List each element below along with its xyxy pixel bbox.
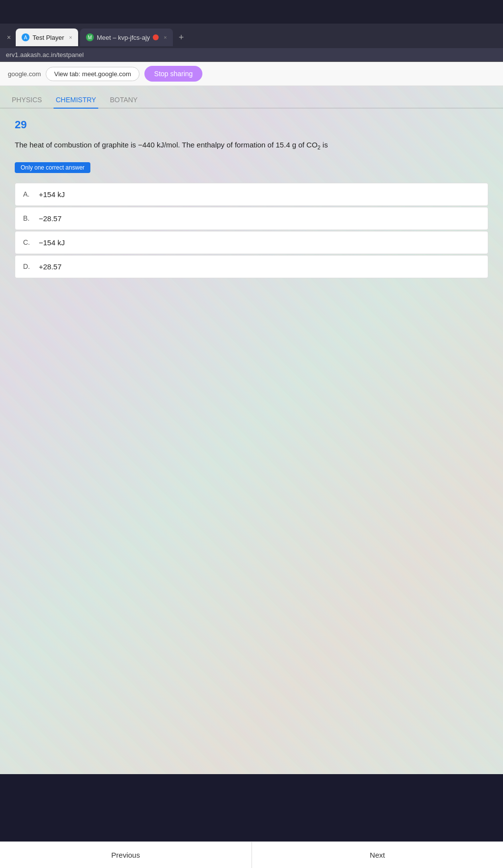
question-number: 29 xyxy=(15,118,488,131)
next-button[interactable]: Next xyxy=(252,842,503,868)
question-text: The heat of combustion of graphite is −4… xyxy=(15,139,488,152)
option-d-label: D. xyxy=(23,262,33,270)
tab-meet-close[interactable]: × xyxy=(164,34,167,40)
previous-button[interactable]: Previous xyxy=(0,842,252,868)
aakash-favicon-icon: A xyxy=(22,33,29,41)
option-c[interactable]: C. −154 kJ xyxy=(15,231,488,254)
options-container: A. +154 kJ B. −28.57 C. −154 kJ D. +28.5… xyxy=(15,183,488,278)
question-container: 29 The heat of combustion of graphite is… xyxy=(0,109,503,288)
option-d-value: +28.57 xyxy=(39,262,61,271)
sharing-bar: google.com View tab: meet.google.com Sto… xyxy=(0,62,503,86)
meet-favicon-icon: M xyxy=(86,33,94,41)
answer-type-badge: Only one correct answer xyxy=(15,162,90,173)
option-c-label: C. xyxy=(23,238,33,246)
tab-bar: × A Test Player × M Meet – kvp-jfcs-ajy … xyxy=(0,27,503,48)
nav-buttons: Previous Next xyxy=(0,841,503,868)
option-c-value: −154 kJ xyxy=(39,238,65,247)
tab-meet-label: Meet – kvp-jfcs-ajy xyxy=(97,34,150,41)
subject-tabs: PHYSICS CHEMISTRY BOTANY xyxy=(0,86,503,109)
record-indicator-icon xyxy=(153,34,159,40)
sharing-origin-text: google.com xyxy=(8,70,41,78)
tab-physics[interactable]: PHYSICS xyxy=(10,92,44,108)
option-b-value: −28.57 xyxy=(39,214,61,223)
option-a-label: A. xyxy=(23,190,33,198)
browser-chrome: × A Test Player × M Meet – kvp-jfcs-ajy … xyxy=(0,24,503,62)
view-tab-button[interactable]: View tab: meet.google.com xyxy=(46,67,140,81)
option-b[interactable]: B. −28.57 xyxy=(15,207,488,230)
option-b-label: B. xyxy=(23,214,33,222)
tab-test-player-close[interactable]: × xyxy=(69,34,72,40)
new-tab-button[interactable]: + xyxy=(175,32,188,43)
option-a-value: +154 kJ xyxy=(39,190,65,199)
tab-chemistry[interactable]: CHEMISTRY xyxy=(54,92,98,108)
address-bar[interactable]: erv1.aakash.ac.in/testpanel xyxy=(0,48,503,62)
main-content: PHYSICS CHEMISTRY BOTANY 29 The heat of … xyxy=(0,86,503,774)
tab-meet[interactable]: M Meet – kvp-jfcs-ajy × xyxy=(80,29,173,46)
option-a[interactable]: A. +154 kJ xyxy=(15,183,488,206)
url-text: erv1.aakash.ac.in/testpanel xyxy=(6,51,84,58)
os-bar xyxy=(0,0,503,24)
browser-close-x[interactable]: × xyxy=(4,31,14,43)
tab-test-player[interactable]: A Test Player × xyxy=(16,29,78,46)
stop-sharing-button[interactable]: Stop sharing xyxy=(144,66,203,82)
option-d[interactable]: D. +28.57 xyxy=(15,255,488,278)
tab-test-player-label: Test Player xyxy=(32,34,64,41)
tab-botany[interactable]: BOTANY xyxy=(108,92,140,108)
